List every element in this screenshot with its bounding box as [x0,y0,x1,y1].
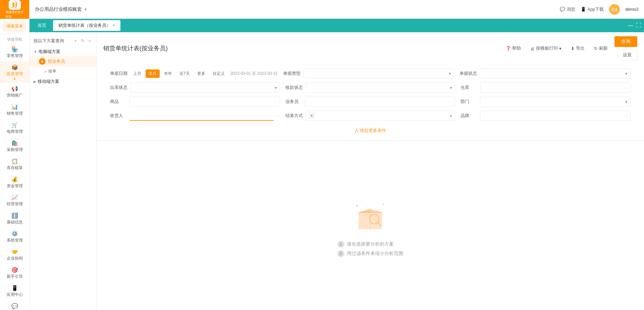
sales-icon: 📊 [11,104,18,110]
tab-close-icon[interactable]: × [113,23,115,28]
sidebar-item-inventory[interactable]: 📋 库存核算 [0,155,29,173]
date-btn-this-month[interactable]: 本月 [146,69,160,78]
svg-marker-1 [359,209,370,212]
export-button[interactable]: ⬇ 导出 [568,44,587,53]
doc-type-arrow: ▾ [449,71,451,76]
marketing-icon: 📢 [11,86,18,92]
add-scheme-icon[interactable]: + [73,38,78,44]
topbar-left: 办公用品行业模拟账套 ▾ [35,6,87,12]
desktop-scheme-group-header[interactable]: ▼ 电脑端方案 [30,47,96,56]
tab-sales-stat[interactable]: 销货单统计表（按业务员） × [53,20,120,31]
tab-maximize-icon[interactable]: ⛶ [636,22,641,29]
salesperson-select[interactable]: ··· [305,97,455,107]
sidebar-item-wholesale[interactable]: 📦 批发管理 ▲ [0,61,29,83]
date-btn-more[interactable]: 更多 [194,69,208,78]
print-button[interactable]: 🖨 按模板打印 ▾ [528,44,564,53]
help-button[interactable]: ❓ 帮助 [503,44,524,53]
sidebar-item-marketing[interactable]: 📢 营销推广 [0,83,29,101]
message-button[interactable]: 💬 消息 [560,6,575,12]
print-icon: 🖨 [530,46,535,51]
sidebar-item-appcenter[interactable]: 📱 应用中心 [0,282,29,300]
consignee-input[interactable] [129,111,274,121]
app-logo[interactable]: 好 畅捷通好生意 标版 [0,0,29,19]
message-icon: 💬 [560,7,565,12]
tab-home[interactable]: 首页 [32,20,52,31]
sales-stat-tab-label: 销货单统计表（按业务员） [58,22,111,29]
doc-status-select[interactable]: ▾ [480,68,631,79]
download-icon: 📱 [581,7,586,12]
sidebar-item-enterprise[interactable]: 🤝 企业协同 [0,246,29,264]
help-icon: ❓ [505,46,511,51]
sidebar-item-finance[interactable]: 💰 资金管理 [0,173,29,192]
goods-dots[interactable]: ··· [273,99,277,104]
payment-select[interactable]: ▾ [306,83,455,93]
sidebar-item-basic[interactable]: ℹ️ 基础信息 [0,210,29,228]
filter-delivery: 出库状态 ▾ [110,83,280,93]
sidebar-item-label-basic: 基础信息 [7,219,23,225]
query-button[interactable]: 查询 [614,36,637,47]
filter-doc-type: 单据类型 ▾ [283,68,454,79]
edit-scheme-icon[interactable]: ✎ [79,38,86,44]
delivery-select[interactable]: ▾ [130,83,280,93]
collapse-button[interactable]: ⋀ 收起更多条件 [355,127,386,134]
order-scheme-icon: ≡ [44,69,46,73]
sidebar-item-newguide[interactable]: 🎯 新手引导 [0,264,29,282]
settings-button[interactable]: 设置 [617,50,637,60]
print-arrow-icon: ▾ [559,46,561,51]
username-label[interactable]: demo2 [625,7,639,12]
user-avatar[interactable]: Ea [609,4,620,15]
topbar: 办公用品行业模拟账套 ▾ 💬 消息 📱 App下载 Ea demo2 [30,0,644,19]
date-btn-custom[interactable]: 自定义 [210,69,228,78]
salesperson-dots[interactable]: ··· [449,99,452,104]
app-download-button[interactable]: 📱 App下载 [581,6,604,12]
help-label: 帮助 [512,45,521,51]
sidebar-item-sales[interactable]: 📊 销售管理 [0,101,29,119]
date-btn-last-month[interactable]: 上月 [130,69,144,78]
brand-dots[interactable]: ··· [624,113,628,118]
sidebar-item-operation[interactable]: 📈 经营管理 [0,192,29,210]
payment-arrow: ▾ [450,85,452,90]
svg-text:✦: ✦ [382,203,385,206]
hint-text-2: 用过滤条件来缩小分析范围 [347,251,403,257]
print-label: 按模板打印 [536,45,558,51]
refresh-button[interactable]: ↻ 刷新 [591,44,610,53]
page-header: 销货单统计表(按业务员) ❓ 帮助 🖨 按模板打印 ▾ ⬇ [97,32,644,141]
filter-collapse-area: ⋀ 收起更多条件 [110,125,631,136]
ecommerce-icon: 🛒 [11,122,18,128]
date-btn-7days[interactable]: 近7天 [176,69,193,78]
settlement-tag-close[interactable]: × [311,113,313,118]
mobile-scheme-group-header[interactable]: ▶ 移动端方案 [30,77,96,86]
refresh-label: 刷新 [599,45,608,51]
doc-type-label: 单据类型 [283,70,301,76]
warehouse-select[interactable]: ··· [480,83,631,93]
warehouse-dots[interactable]: ··· [624,85,628,90]
mobile-group-arrow: ▶ [34,80,36,84]
topbar-dropdown-icon[interactable]: ▾ [85,7,87,12]
sidebar-item-label-operation: 经营管理 [7,201,23,207]
consignee-dots[interactable]: ··· [276,113,280,118]
filter-payment: 收款状态 ▾ [285,83,455,93]
goods-select[interactable]: ··· [129,97,280,107]
sidebar-item-system[interactable]: ⚙️ 系统管理 [0,228,29,246]
dept-select[interactable]: ▾ [480,97,631,107]
sidebar-item-wechat[interactable]: 💬 企业微信 [0,300,29,310]
sidebar-item-ecommerce[interactable]: 🛒 电商管理 [0,119,29,137]
desktop-scheme-group: ▼ 电脑端方案 ● 按业务员 ≡ 按单 [30,47,96,76]
date-btn-this-year[interactable]: 本年 [161,69,175,78]
sidebar-item-purchase[interactable]: 🛍️ 采购管理 [0,137,29,155]
dept-label: 部门 [461,99,477,105]
tab-minimize-icon[interactable]: — [628,22,633,29]
filter-goods: 商品 ··· [110,97,280,107]
sidebar-item-retail[interactable]: 🏪 零售管理 [0,43,29,61]
empty-hint-2: 2 用过滤条件来缩小分析范围 [337,250,403,257]
doc-type-select[interactable]: ▾ [303,68,454,79]
filter-date: 单据日期 上月 本月 本年 近7天 更多 自定义 2023-03-01 至 20… [110,69,278,78]
filter-dept: 部门 ▾ [461,97,631,107]
settlement-select[interactable]: × ▾ [306,111,455,121]
search-menu-button[interactable]: 搜索菜单 [3,21,26,31]
collapse-panel-icon[interactable]: « [87,38,92,44]
scheme-item-by-salesperson[interactable]: ● 按业务员 [30,56,96,67]
enterprise-icon: 🤝 [11,249,18,255]
brand-select[interactable]: ··· [480,111,631,121]
scheme-sub-item-by-order[interactable]: ≡ 按单 [30,67,96,76]
